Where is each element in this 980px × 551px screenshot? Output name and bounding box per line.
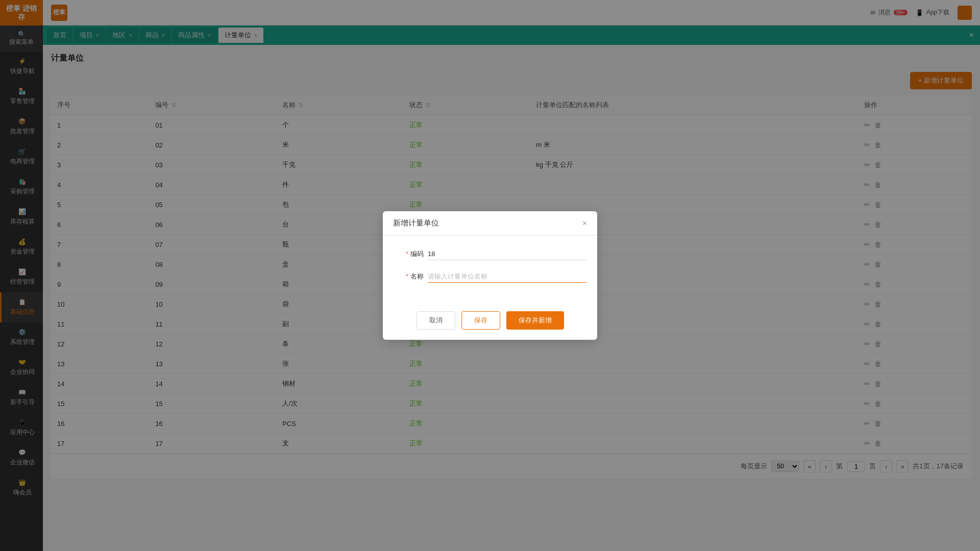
modal-body: *编码 *名称 bbox=[383, 236, 597, 305]
save-button[interactable]: 保存 bbox=[461, 311, 500, 330]
form-row-name: *名称 bbox=[393, 270, 587, 283]
modal-header: 新增计量单位 × bbox=[383, 211, 597, 236]
code-label: *编码 bbox=[393, 249, 424, 259]
name-input[interactable] bbox=[428, 270, 587, 283]
modal-title: 新增计量单位 bbox=[393, 218, 439, 228]
save-and-new-button[interactable]: 保存并新增 bbox=[506, 311, 564, 330]
form-row-code: *编码 bbox=[393, 248, 587, 260]
modal-footer: 取消 保存 保存并新增 bbox=[383, 305, 597, 340]
add-unit-modal: 新增计量单位 × *编码 *名称 取消 保存 保存并新增 bbox=[383, 211, 597, 340]
cancel-button[interactable]: 取消 bbox=[416, 311, 455, 330]
code-input[interactable] bbox=[428, 248, 587, 260]
modal-close-btn[interactable]: × bbox=[582, 219, 587, 228]
modal-overlay[interactable]: 新增计量单位 × *编码 *名称 取消 保存 保存并新增 bbox=[0, 0, 980, 551]
name-label: *名称 bbox=[393, 272, 424, 281]
